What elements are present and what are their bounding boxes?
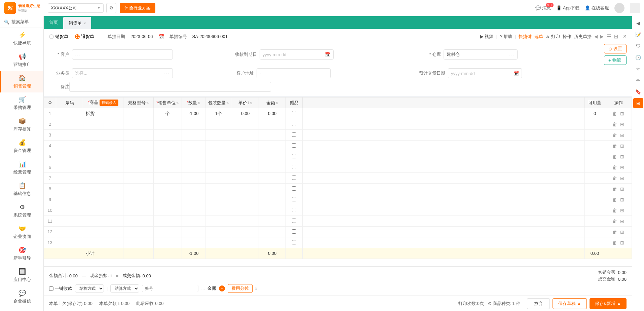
row-gift-check-3[interactable] (292, 132, 296, 137)
row-barcode-1[interactable] (56, 108, 83, 119)
logistics-button[interactable]: + 物流 (604, 55, 627, 65)
row-delete-btn-13[interactable]: 🗑 (612, 240, 617, 245)
row-gift-check-12[interactable] (292, 229, 296, 234)
nav-left-icon[interactable]: ◀ (594, 34, 598, 39)
row-barcode-8[interactable] (56, 184, 83, 194)
sidebar-item-newbie[interactable]: 🎯 新手引导 (0, 243, 43, 265)
row-delete-btn-7[interactable]: 🗑 (612, 176, 617, 181)
row-gift-13[interactable] (286, 237, 303, 248)
row-qty-1[interactable]: -1.00 (182, 108, 205, 119)
operation-btn[interactable]: 操作 (563, 34, 571, 40)
row-gift-12[interactable] (286, 227, 303, 237)
row-spec-12[interactable] (123, 227, 154, 237)
row-gift-3[interactable] (286, 130, 303, 141)
warehouse-input[interactable]: 建材仓 ··· (444, 49, 518, 60)
fee-split-button[interactable]: 费用分摊 (228, 284, 253, 293)
row-unit-10[interactable] (154, 205, 182, 216)
row-copy-btn-5[interactable]: ⊞ (620, 154, 624, 159)
row-unit-5[interactable] (154, 151, 182, 162)
amount-sort[interactable]: ⇅ (276, 102, 278, 105)
row-qty-4[interactable] (182, 141, 205, 151)
sidebar-search[interactable]: 🔍 搜索菜单 (0, 16, 43, 28)
row-price-1[interactable]: 0.00 (232, 108, 259, 119)
row-delete-btn-10[interactable]: 🗑 (612, 208, 617, 213)
row-spec-9[interactable] (123, 194, 154, 205)
account-input[interactable] (142, 285, 198, 292)
sidebar-item-marketing[interactable]: 📢 营销推广 (0, 49, 43, 71)
salesperson-input[interactable]: 选择... ··· (72, 68, 173, 78)
row-qty-9[interactable] (182, 194, 205, 205)
row-copy-btn-11[interactable]: ⊞ (620, 219, 624, 224)
payment-due-calendar[interactable]: 📅 (325, 52, 331, 57)
messages-button[interactable]: 💬 消息 99+ (535, 5, 551, 11)
row-spec-11[interactable] (123, 216, 154, 227)
help-btn[interactable]: ? 帮助 (500, 34, 512, 40)
settings-button[interactable]: ⊙ 设置 (604, 44, 627, 53)
row-amount-10[interactable] (259, 205, 286, 216)
row-product-13[interactable] (83, 237, 123, 248)
app-download-button[interactable]: 📱 App下载 (556, 5, 579, 11)
row-qty-11[interactable] (182, 216, 205, 227)
sidebar-item-sales[interactable]: 🏠 销售管理 (0, 71, 43, 92)
row-product-8[interactable] (83, 184, 123, 194)
shortcut-btn[interactable]: 快捷键 (519, 34, 532, 40)
customer-address-input[interactable]: ··· (257, 68, 331, 78)
row-gift-11[interactable] (286, 216, 303, 227)
tab-sales-order-close[interactable]: × (84, 21, 86, 25)
unit-sort[interactable]: ⇅ (176, 102, 179, 105)
row-pkgqty-3[interactable] (205, 130, 232, 141)
sidebar-item-basic-info[interactable]: 📋 基础信息 (0, 179, 43, 200)
row-pkgqty-5[interactable] (205, 151, 232, 162)
row-price-8[interactable] (232, 184, 259, 194)
row-amount-8[interactable] (259, 184, 286, 194)
payment-due-input[interactable]: yyyy-mm-dd 📅 (260, 49, 334, 60)
row-gift-check-7[interactable] (292, 176, 296, 180)
row-delete-btn-12[interactable]: 🗑 (612, 229, 617, 235)
row-price-7[interactable] (232, 173, 259, 184)
row-gift-check-2[interactable] (292, 122, 296, 126)
row-gift-check-8[interactable] (292, 186, 296, 191)
row-spec-3[interactable] (123, 130, 154, 141)
row-unit-11[interactable] (154, 216, 182, 227)
row-spec-5[interactable] (123, 151, 154, 162)
row-copy-btn-13[interactable]: ⊞ (620, 240, 624, 245)
table-scroll[interactable]: ⚙ 条码 *商品 扫码录入 规格型号⇅ *销售单位⇅ *数量⇅ 包装数量⇅ (44, 97, 632, 266)
sidebar-item-finance[interactable]: 💰 资金管理 (0, 135, 43, 157)
row-product-5[interactable] (83, 151, 123, 162)
close-button[interactable]: × (623, 33, 627, 40)
row-spec-7[interactable] (123, 173, 154, 184)
scan-button[interactable]: 扫码录入 (100, 100, 118, 106)
row-qty-2[interactable] (182, 119, 205, 130)
select-order-btn[interactable]: 选单 (534, 34, 543, 40)
row-product-7[interactable] (83, 173, 123, 184)
sidebar-item-system[interactable]: ⚙ 系统管理 (0, 200, 43, 222)
quick-payment-checkbox[interactable]: 一键收款 (49, 285, 72, 291)
row-gift-check-1[interactable] (292, 111, 296, 115)
row-pkgqty-10[interactable] (205, 205, 232, 216)
sidebar-item-inventory[interactable]: 📦 库存核算 (0, 114, 43, 135)
row-barcode-13[interactable] (56, 237, 83, 248)
right-panel-collapse-btn[interactable]: ◀ (633, 18, 643, 28)
row-unit-1[interactable]: 个 (154, 108, 182, 119)
row-delete-btn-9[interactable]: 🗑 (612, 197, 617, 202)
right-panel-star-btn[interactable]: ☆ (633, 64, 643, 74)
row-copy-btn-3[interactable]: ⊞ (620, 132, 624, 138)
row-delete-btn-11[interactable]: 🗑 (612, 219, 617, 224)
sidebar-item-operation[interactable]: 📊 经营管理 (0, 157, 43, 179)
row-product-6[interactable] (83, 162, 123, 173)
row-pkgqty-6[interactable] (205, 162, 232, 173)
customer-input[interactable]: ··· (72, 49, 173, 60)
row-copy-btn-10[interactable]: ⊞ (620, 208, 624, 213)
row-spec-2[interactable] (123, 119, 154, 130)
row-spec-1[interactable] (123, 108, 154, 119)
nav-right-icon[interactable]: ▶ (600, 34, 604, 39)
row-pkgqty-9[interactable] (205, 194, 232, 205)
pkgqty-sort[interactable]: ⇅ (226, 102, 229, 105)
row-spec-4[interactable] (123, 141, 154, 151)
row-delete-btn-3[interactable]: 🗑 (612, 132, 617, 138)
row-pkgqty-7[interactable] (205, 173, 232, 184)
row-gift-check-13[interactable] (292, 240, 296, 244)
row-spec-13[interactable] (123, 237, 154, 248)
tab-sales-order[interactable]: 销货单 × (63, 17, 91, 30)
row-price-11[interactable] (232, 216, 259, 227)
